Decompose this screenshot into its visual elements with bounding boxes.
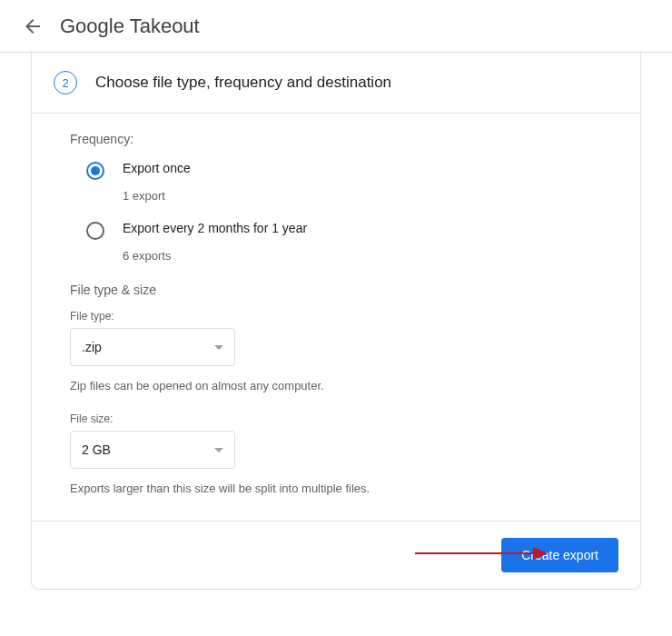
filesize-hint: Exports larger than this size will be sp…	[70, 482, 602, 495]
filetype-value: .zip	[82, 340, 102, 354]
chevron-down-icon	[214, 345, 223, 350]
radio-icon	[86, 162, 104, 180]
radio-note: 6 exports	[123, 249, 602, 263]
frequency-label: Frequency:	[70, 132, 602, 146]
filesize-label: File size:	[70, 412, 602, 425]
filetype-select[interactable]: .zip	[70, 328, 235, 366]
radio-label: Export once	[123, 161, 191, 175]
card-footer: Create export	[32, 521, 640, 589]
create-export-button[interactable]: Create export	[501, 538, 618, 572]
radio-export-bimonthly[interactable]: Export every 2 months for 1 year	[70, 221, 602, 240]
top-bar: Google Takeout	[0, 0, 672, 53]
step-body: Frequency: Export once 1 export Export e…	[32, 114, 640, 521]
step-header: 2 Choose file type, frequency and destin…	[32, 53, 640, 114]
filetype-label: File type:	[70, 310, 602, 323]
step-number-badge: 2	[54, 71, 77, 94]
filesize-value: 2 GB	[82, 442, 111, 457]
radio-icon	[86, 222, 104, 240]
export-card: 2 Choose file type, frequency and destin…	[31, 53, 641, 590]
filetype-size-title: File type & size	[70, 283, 602, 297]
chevron-down-icon	[214, 448, 223, 452]
step-title: Choose file type, frequency and destinat…	[95, 74, 391, 92]
radio-note: 1 export	[123, 189, 602, 203]
filetype-hint: Zip files can be opened on almost any co…	[70, 379, 602, 393]
filesize-select[interactable]: 2 GB	[70, 431, 235, 469]
back-arrow-icon[interactable]	[22, 15, 44, 37]
app-title: Google Takeout	[60, 15, 200, 38]
radio-export-once[interactable]: Export once	[70, 161, 602, 180]
radio-label: Export every 2 months for 1 year	[123, 221, 307, 235]
